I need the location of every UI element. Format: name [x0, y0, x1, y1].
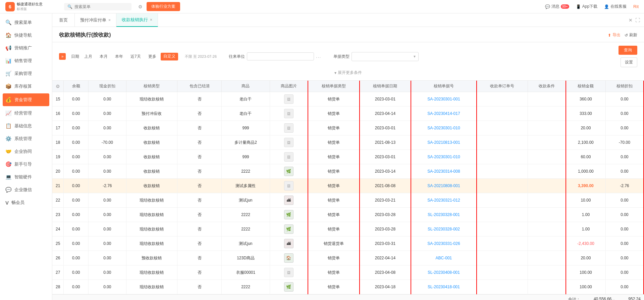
cell-bill-no[interactable]: SA-20230314-008 [411, 164, 476, 179]
cell-bill-no[interactable]: SL-20230328-002 [411, 222, 476, 237]
bill-no-link[interactable]: SA-20230331-026 [427, 241, 460, 246]
sidebar-item-guide[interactable]: 🎯 新手引导 [0, 158, 52, 171]
th-settings[interactable]: ⚙ [52, 81, 64, 92]
refresh-button[interactable]: ↺ 刷新 [625, 32, 637, 38]
tab1-close-icon[interactable]: × [108, 18, 111, 23]
sidebar-item-collab[interactable]: 🤝 企业协同 [0, 145, 52, 158]
sidebar-item-business[interactable]: 📈 经营管理 [0, 107, 52, 120]
message-action[interactable]: 💬 消息 99+ [545, 4, 569, 9]
cell-bill-no[interactable]: SA-20230414-017 [411, 106, 476, 121]
this-year-btn[interactable]: 本年 [112, 53, 126, 60]
cell-bill-no[interactable]: SA-20230321-012 [411, 193, 476, 208]
table-row: 18 0.00 -70.00 收款核销 否 多计量商品2 🖼 销货单 2021-… [52, 135, 644, 150]
sidebar-item-hardware[interactable]: 💻 智能硬件 [0, 171, 52, 183]
cell-amount: 360.00 [566, 92, 605, 106]
export-button[interactable]: ⬆ 导出 [608, 32, 621, 38]
recent7-btn[interactable]: 近7天 [127, 53, 144, 60]
more-btn[interactable]: 更多 [145, 53, 159, 60]
unit-input[interactable] [247, 52, 314, 60]
cell-bill-no[interactable]: ABC-001 [411, 251, 476, 265]
bill-no-link[interactable]: SA-20230314-008 [427, 169, 460, 174]
cell-product-img: 🌿 [270, 208, 308, 222]
cell-bill-no[interactable]: SL-20230328-001 [411, 208, 476, 222]
tab-home[interactable]: 首页 [52, 13, 75, 27]
settings-button[interactable]: 设置 [621, 57, 637, 67]
sidebar-item-member[interactable]: V 畅会员 [0, 196, 52, 209]
cell-included: 否 [177, 150, 221, 164]
data-table: ⚙ 余额 现金折扣 核销类型 包含已结清 商品 商品图片 核销单据类型 核销单据… [52, 81, 644, 294]
unit-dots[interactable]: ... [316, 54, 321, 59]
cell-bill-date: 2023-04-08 [360, 265, 411, 280]
sidebar-item-nav[interactable]: 🏠 快捷导航 [0, 29, 52, 42]
maximize-icon[interactable]: ⛶ [635, 17, 640, 23]
sidebar-item-sales[interactable]: 📊 销售管理 [0, 54, 52, 67]
search-input[interactable] [74, 4, 128, 9]
bill-no-link[interactable]: SL-20230408-001 [428, 270, 460, 275]
business-icon: 📈 [5, 110, 12, 116]
bill-no-link[interactable]: SA-20230301-010 [427, 126, 460, 130]
bill-type-select[interactable] [355, 54, 414, 59]
cell-bill-date: 2021-08-13 [360, 135, 411, 150]
cell-product: 多计量商品2 [222, 135, 270, 150]
table-wrapper[interactable]: ⚙ 余额 现金折扣 核销类型 包含已结清 商品 商品图片 核销单据类型 核销单据… [52, 81, 644, 300]
filter-row: » 日期 上月 本月 本年 近7天 更多 自定义 不限 至 2 [59, 46, 637, 67]
cell-bill-no[interactable]: SA-20210813-001 [411, 135, 476, 150]
cell-cash-discount: 0.00 [88, 251, 126, 265]
sidebar-item-finance[interactable]: 💰 资金管理 [3, 93, 49, 106]
cell-bill-no[interactable]: SA-20230331-026 [411, 237, 476, 251]
query-button[interactable]: 查询 [619, 46, 637, 55]
product-image-placeholder: 🖼 [284, 94, 293, 104]
cell-bill-no[interactable]: SA-20230301-001 [411, 92, 476, 106]
cell-order-no [477, 251, 528, 265]
tab2-close-icon[interactable]: × [150, 17, 152, 22]
cell-product-img: 🖼 [270, 106, 308, 121]
bill-no-link[interactable]: SA-20210813-001 [427, 140, 460, 145]
sidebar-item-system[interactable]: ⚙️ 系统管理 [0, 132, 52, 145]
guide-icon: 🎯 [5, 161, 12, 167]
table-footer: 合计： 40,556,66... 952.24 [52, 294, 644, 300]
cell-bill-no[interactable]: SA-20230301-010 [411, 150, 476, 164]
sidebar-item-basic[interactable]: 📋 基础信息 [0, 120, 52, 132]
expand-conditions-btn[interactable]: ▾ 展开更多条件 [334, 70, 362, 76]
sidebar-item-purchase[interactable]: 🛒 采购管理 [0, 67, 52, 80]
filter-expand-arrow[interactable]: » [59, 53, 66, 60]
tab-prepay[interactable]: 预付冲应付单 × [75, 13, 116, 27]
last-month-btn[interactable]: 上月 [81, 53, 95, 60]
cell-bill-type: 销货单 [308, 193, 360, 208]
footer-amount-value: 40,556,66... [594, 297, 615, 300]
custom-btn[interactable]: 自定义 [161, 53, 178, 60]
bill-no-link[interactable]: SA-20230414-017 [427, 111, 460, 116]
cell-product-img: 🏠 [270, 251, 308, 265]
solution-button[interactable]: 体验行业方案 [147, 2, 180, 11]
sidebar-item-marketing[interactable]: 📢 营销推广 [0, 42, 52, 54]
cell-bill-no[interactable]: SA-20210808-001 [411, 179, 476, 193]
expand-row: ▾ 展开更多条件 [59, 69, 637, 77]
date-filter: 日期 上月 本月 本年 近7天 更多 自定义 [71, 53, 178, 60]
bill-no-link[interactable]: SA-20230301-001 [427, 97, 460, 101]
this-month-btn[interactable]: 本月 [97, 53, 111, 60]
search-box[interactable]: 🔍 [64, 3, 131, 10]
online-service-action[interactable]: 👤 在线客服 [604, 4, 627, 9]
sidebar-item-inventory[interactable]: 📦 库存核算 [0, 80, 52, 93]
bill-no-link[interactable]: SA-20230301-010 [427, 155, 460, 159]
tab-verify[interactable]: 收款核销执行 × [116, 13, 158, 27]
bill-no-link[interactable]: SA-20230321-012 [427, 198, 460, 203]
bill-no-link[interactable]: SL-20230418-001 [428, 285, 460, 289]
sidebar-item-wechat[interactable]: 💬 企业微信 [0, 183, 52, 196]
close-window-icon[interactable]: ✕ [629, 17, 633, 23]
cell-bill-type: 销货单 [308, 135, 360, 150]
bill-no-link[interactable]: ABC-001 [436, 256, 452, 260]
cell-bill-no[interactable]: SL-20230408-001 [411, 265, 476, 280]
cell-product: 测试jun [222, 237, 270, 251]
bill-no-link[interactable]: SL-20230328-001 [428, 212, 460, 217]
gear-icon[interactable]: ⚙ [138, 4, 143, 9]
bill-no-link[interactable]: SA-20210808-001 [427, 183, 460, 188]
sidebar-item-search[interactable]: 🔍 搜索菜单 [0, 16, 52, 29]
cell-cash-discount: 0.00 [88, 106, 126, 121]
cell-bill-no[interactable]: SA-20230301-010 [411, 121, 476, 135]
bill-no-link[interactable]: SL-20230328-002 [428, 227, 460, 231]
app-download-action[interactable]: 📱 App下载 [576, 4, 597, 9]
cell-bill-no[interactable]: SL-20230418-001 [411, 280, 476, 294]
cell-num: 24 [52, 222, 64, 237]
column-settings-icon[interactable]: ⚙ [56, 84, 60, 89]
